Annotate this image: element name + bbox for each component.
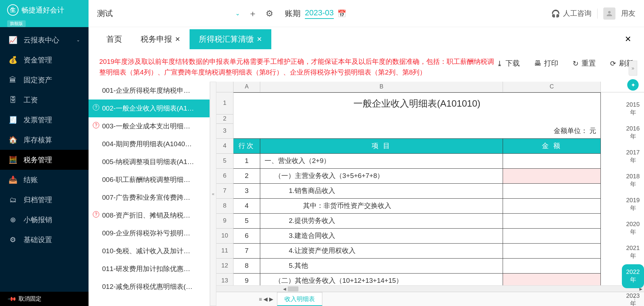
year-item[interactable]: 2022年: [622, 264, 644, 288]
row-header[interactable]: 12: [216, 259, 233, 274]
nav-item[interactable]: ⚙基础设置: [0, 230, 89, 250]
nav-item[interactable]: 📥结账: [0, 170, 89, 190]
cell[interactable]: 9: [233, 274, 260, 285]
collapse-handle[interactable]: «: [210, 82, 216, 306]
row-header[interactable]: 10: [216, 229, 233, 244]
cell[interactable]: [503, 199, 601, 214]
cell[interactable]: 2.提供劳务收入: [260, 214, 503, 229]
cell[interactable]: [503, 259, 601, 274]
row-header[interactable]: 1: [216, 92, 233, 114]
nav-item[interactable]: 🗂归档管理: [0, 190, 89, 210]
cell[interactable]: 7: [233, 244, 260, 259]
cell[interactable]: 6: [233, 229, 260, 244]
year-item[interactable]: 2021年: [622, 240, 644, 264]
settings-icon[interactable]: ⚙: [266, 9, 273, 19]
row-header[interactable]: 4: [216, 139, 233, 154]
form-list-item[interactable]: 010-免税、减计收入及加计…: [89, 242, 210, 260]
cell[interactable]: [503, 274, 601, 285]
cell[interactable]: 4.让渡资产使用权收入: [260, 244, 503, 259]
cell[interactable]: 其中：非货币性资产交换收入: [260, 199, 503, 214]
form-list-item[interactable]: 006-职工薪酬纳税调整明细…: [89, 171, 210, 189]
sheet-nav-controls[interactable]: ≡ ◀ ▶: [216, 292, 277, 306]
close-icon[interactable]: ✕: [257, 35, 262, 43]
row-header[interactable]: 2: [216, 114, 233, 124]
form-list-item[interactable]: 004-期间费用明细表(A1040…: [89, 135, 210, 153]
cell[interactable]: [503, 244, 601, 259]
col-header[interactable]: B: [260, 82, 503, 92]
cell[interactable]: 一、营业收入（2+9）: [260, 154, 503, 169]
cell[interactable]: （二）其他业务收入（10+12+13+14+15）: [260, 274, 503, 285]
calendar-icon[interactable]: 📅: [337, 9, 346, 18]
cell[interactable]: 4: [233, 199, 260, 214]
support-link[interactable]: 🎧 人工咨询: [551, 9, 592, 18]
cell[interactable]: 8: [233, 259, 260, 274]
scroll-left-icon[interactable]: ◀: [281, 286, 288, 292]
row-header[interactable]: 6: [216, 169, 233, 184]
form-list-item[interactable]: ?008-资产折旧、摊销及纳税…: [89, 206, 210, 224]
cell[interactable]: [503, 229, 601, 244]
form-list-item[interactable]: 001-企业所得税年度纳税申…: [89, 82, 210, 100]
row-header[interactable]: 11: [216, 244, 233, 259]
cell[interactable]: 1: [233, 154, 260, 169]
year-item[interactable]: 2019年: [622, 193, 644, 216]
close-icon[interactable]: ✕: [175, 35, 180, 43]
cell[interactable]: [503, 154, 601, 169]
row-header[interactable]: 9: [216, 214, 233, 229]
cell[interactable]: 3: [233, 184, 260, 199]
form-list-item[interactable]: 007-广告费和业务宣传费跨…: [89, 189, 210, 206]
cell[interactable]: （一）主营业务收入（3+5+6+7+8）: [260, 169, 503, 184]
year-item[interactable]: 2016年: [622, 121, 644, 145]
avatar[interactable]: [603, 7, 615, 20]
row-header[interactable]: 7: [216, 184, 233, 199]
form-list-item[interactable]: 005-纳税调整项目明细表(A1…: [89, 153, 210, 171]
pin-toggle[interactable]: 📌 取消固定: [0, 292, 89, 306]
form-list-item[interactable]: 009-企业所得税弥补亏损明…: [89, 224, 210, 242]
cell[interactable]: 3.建造合同收入: [260, 229, 503, 244]
form-list-item[interactable]: ?002-一般企业收入明细表(A1…: [89, 100, 210, 117]
year-item[interactable]: 2023年: [622, 288, 644, 306]
nav-item[interactable]: 💰资金管理: [0, 50, 89, 70]
nav-item[interactable]: 📈云报表中心⌄: [0, 30, 89, 50]
year-item[interactable]: 2020年: [622, 216, 644, 240]
row-header[interactable]: 8: [216, 199, 233, 214]
form-list-item[interactable]: 012-减免所得税优惠明细表(…: [89, 278, 210, 296]
nav-item[interactable]: 🏠库存核算: [0, 130, 89, 150]
tenant-select[interactable]: 测试 ⌄: [97, 8, 240, 19]
scroll-thumb[interactable]: [288, 286, 298, 291]
nav-item[interactable]: 🏛固定资产: [0, 70, 89, 90]
form-list-item[interactable]: ?003-一般企业成本支出明细…: [89, 117, 210, 135]
download-button[interactable]: ⤓下载: [497, 58, 520, 68]
year-expand[interactable]: »: [629, 61, 637, 76]
col-header[interactable]: C: [503, 82, 601, 92]
close-all-tabs[interactable]: ✕: [620, 29, 635, 49]
tab[interactable]: 首页: [97, 29, 131, 49]
cell[interactable]: [503, 169, 601, 184]
year-badge-icon[interactable]: ✦: [627, 79, 639, 91]
col-header[interactable]: A: [233, 82, 260, 92]
add-button[interactable]: ＋: [248, 8, 257, 19]
nav-item[interactable]: 🧾发票管理: [0, 110, 89, 130]
period-value[interactable]: 2023-03: [305, 8, 334, 19]
nav-item[interactable]: ⊕小畅报销: [0, 210, 89, 230]
horizontal-scrollbar[interactable]: ◀ ▶: [216, 285, 644, 292]
year-item[interactable]: 2015年: [622, 97, 644, 121]
form-list-item[interactable]: 011-研发费用加计扣除优惠…: [89, 260, 210, 278]
nav-item[interactable]: 🗄工资: [0, 90, 89, 110]
grid[interactable]: 1一般企业收入明细表(A101010)23金额单位： 元4行次项 目金 额51一…: [216, 92, 644, 285]
cell[interactable]: [503, 214, 601, 229]
cell[interactable]: 2: [233, 169, 260, 184]
row-header[interactable]: 5: [216, 154, 233, 169]
sheet-tab[interactable]: 收入明细表: [277, 292, 322, 306]
cell[interactable]: 5.其他: [260, 259, 503, 274]
cell[interactable]: 5: [233, 214, 260, 229]
tab[interactable]: 所得税汇算清缴✕: [190, 29, 271, 49]
year-item[interactable]: 2017年: [622, 145, 644, 169]
row-header[interactable]: 3: [216, 124, 233, 139]
cell[interactable]: [503, 184, 601, 199]
nav-item[interactable]: 🧮税务管理: [0, 150, 89, 170]
year-item[interactable]: 2018年: [622, 169, 644, 193]
cell[interactable]: 1.销售商品收入: [260, 184, 503, 199]
tab[interactable]: 税务申报✕: [131, 29, 190, 49]
row-header[interactable]: 13: [216, 274, 233, 285]
print-button[interactable]: 🖶打印: [534, 58, 558, 68]
